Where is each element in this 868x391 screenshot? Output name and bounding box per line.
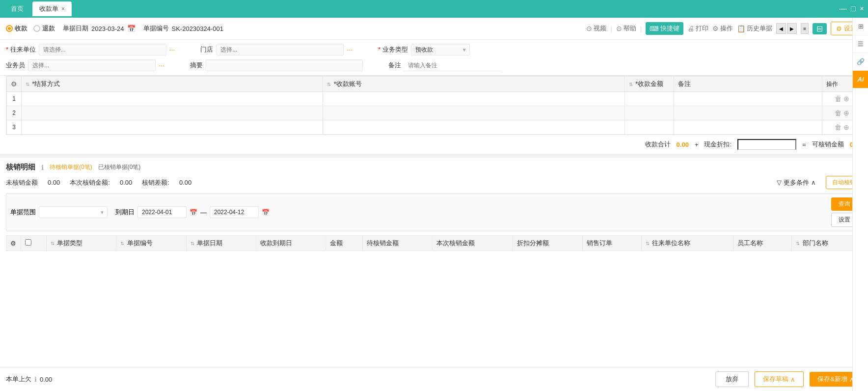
nav-arrows: ◀ ▶	[776, 23, 797, 34]
bt-th-pending: 待核销金额	[362, 236, 432, 251]
more-conditions-btn[interactable]: ▽ 更多条件 ∧	[777, 178, 816, 187]
bt-th-gear: ⚙	[6, 236, 21, 251]
nav-next[interactable]: ▶	[787, 23, 797, 34]
recon-info-icon[interactable]: ℹ	[41, 164, 44, 171]
bt-th-number: ⇅ 单据编号	[116, 236, 187, 251]
help-action[interactable]: ⊙ 帮助	[616, 24, 636, 33]
store-input[interactable]	[216, 44, 344, 56]
row-1-copy-icon[interactable]: ⊕	[843, 95, 849, 103]
calendar-to-icon[interactable]: 📅	[262, 209, 270, 216]
store-ellipsis[interactable]: ···	[347, 46, 353, 54]
pending-tab[interactable]: 待核销单据(0笔)	[50, 163, 92, 171]
done-tab[interactable]: 已核销单据(0笔)	[98, 163, 141, 171]
tab-receipts[interactable]: 收款单 ×	[32, 1, 72, 16]
due-date-to[interactable]	[210, 206, 259, 218]
row-2-delete-icon[interactable]: 🗑	[835, 109, 841, 117]
bt-select-all[interactable]	[25, 239, 31, 246]
last-order-label: 本单上欠	[6, 375, 31, 384]
row-3-account[interactable]	[323, 120, 624, 135]
sidebar-icon-3[interactable]: 🔗	[853, 53, 868, 71]
discount-input[interactable]	[737, 139, 796, 150]
table-row: 1 🗑 ⊕	[7, 92, 862, 106]
staff-input[interactable]	[28, 59, 156, 71]
video-action[interactable]: ⊙ 视频	[586, 24, 606, 33]
settings-icon: ⚙	[836, 25, 842, 32]
operations-action[interactable]: ⚙ 操作	[712, 24, 733, 33]
row-3-remark[interactable]	[674, 120, 822, 135]
table-row: 2 🗑 ⊕	[7, 106, 862, 120]
row-2-remark[interactable]	[674, 106, 822, 120]
due-date-from[interactable]	[137, 206, 187, 218]
partner-field: * 往来单位 ···	[6, 44, 175, 56]
row-3-delete-icon[interactable]: 🗑	[835, 123, 841, 131]
summary-field: 摘要	[190, 59, 363, 71]
due-date-filter: 到期日 📅 — 📅	[115, 206, 270, 218]
sidebar-table-icon: ⊞	[858, 23, 864, 30]
tab-close-icon[interactable]: ×	[61, 5, 65, 12]
row-2-amount[interactable]	[624, 106, 674, 120]
table-gear-icon[interactable]: ⚙	[11, 80, 17, 88]
remark-field: 备注	[388, 60, 502, 71]
row-1-amount[interactable]	[624, 92, 674, 106]
sidebar-icon-1[interactable]: ⊞	[853, 18, 868, 35]
row-2-copy-icon[interactable]: ⊕	[843, 109, 849, 117]
window-close-icon[interactable]: ×	[860, 4, 864, 13]
summary-input[interactable]	[206, 59, 363, 71]
staff-field: 业务员 ···	[6, 59, 164, 71]
sidebar-icon-4[interactable]: Ai	[853, 71, 868, 88]
row-1-account[interactable]	[323, 92, 624, 106]
tab-receipts-label: 收款单	[39, 4, 58, 13]
row-1-settlement[interactable]	[22, 92, 323, 106]
shortcut-action[interactable]: ⌨ 快捷键	[646, 22, 683, 35]
history-action[interactable]: 📋 历史单据	[737, 24, 772, 33]
radio-refund-dot	[33, 25, 40, 32]
th-account: ⇅ *收款账号	[323, 77, 624, 92]
biz-type-select-wrapper: 预收款 ▼	[411, 44, 470, 56]
sidebar-ai-icon: Ai	[858, 76, 864, 83]
row-3-copy-icon[interactable]: ⊕	[843, 123, 849, 131]
discard-button[interactable]: 放弃	[715, 371, 749, 387]
row-3-settlement[interactable]	[22, 120, 323, 135]
total-label: 收款合计	[645, 140, 671, 149]
reconciliation-section: 核销明细 ℹ 待核销单据(0笔) 已核销单据(0笔) 未核销金额 0.00 本次…	[0, 154, 868, 367]
calendar-from-icon[interactable]: 📅	[190, 209, 197, 216]
window-minimize-icon[interactable]: —	[839, 4, 847, 13]
range-select[interactable]	[39, 206, 108, 218]
radio-refund[interactable]: 退款	[33, 24, 55, 33]
window-maximize-icon[interactable]: □	[851, 4, 856, 13]
summary-row: 收款合计 0.00 + 现金折扣: = 可核销金额 0.00	[0, 135, 868, 154]
partner-ellipsis[interactable]: ···	[169, 46, 175, 54]
calendar-icon[interactable]: 📅	[127, 25, 136, 32]
save-draft-button[interactable]: 保存草稿 ∧	[755, 371, 804, 387]
biz-type-select[interactable]: 预收款	[411, 44, 470, 56]
partner-input[interactable]	[39, 44, 166, 56]
remark-input[interactable]	[404, 60, 502, 71]
footer-bar: 本单上欠 ℹ 0.00 放弃 保存草稿 ∧ 保存&新增 ∧	[0, 367, 868, 391]
row-1-remark[interactable]	[674, 92, 822, 106]
row-2-account[interactable]	[323, 106, 624, 120]
print-action[interactable]: 🖨 打印	[687, 24, 708, 33]
plus-sign: +	[695, 141, 699, 148]
sort-settlement-icon: ⇅	[26, 82, 29, 87]
sort-account-icon: ⇅	[327, 82, 331, 87]
total-value: 0.00	[677, 141, 689, 148]
net-label: 可核销金额	[812, 140, 844, 149]
right-sidebar: ⊞ ☰ 🔗 Ai	[852, 18, 868, 391]
bt-gear-icon[interactable]: ⚙	[10, 240, 16, 247]
number-value: SK-20230324-001	[172, 25, 224, 32]
biz-type-label: * 业务类型	[378, 45, 408, 54]
nav-prev[interactable]: ◀	[776, 23, 786, 34]
bt-th-discount: 折扣分摊额	[513, 236, 583, 251]
nav-list[interactable]: ≡	[801, 23, 809, 34]
main-content: 收款 退款 单据日期 2023-03-24 📅 单据编号 SK-20230324…	[0, 18, 868, 391]
last-order-icon[interactable]: ℹ	[34, 376, 37, 383]
row-3-amount[interactable]	[624, 120, 674, 135]
view-toggle-btn[interactable]: ⊟	[813, 23, 827, 34]
tab-home[interactable]: 首页	[4, 1, 30, 16]
row-2-settlement[interactable]	[22, 106, 323, 120]
sidebar-icon-2[interactable]: ☰	[853, 35, 868, 53]
diff-label: 核销差额:	[142, 178, 169, 187]
staff-ellipsis[interactable]: ···	[159, 61, 164, 69]
radio-receive[interactable]: 收款	[6, 24, 27, 33]
row-1-delete-icon[interactable]: 🗑	[835, 95, 841, 103]
